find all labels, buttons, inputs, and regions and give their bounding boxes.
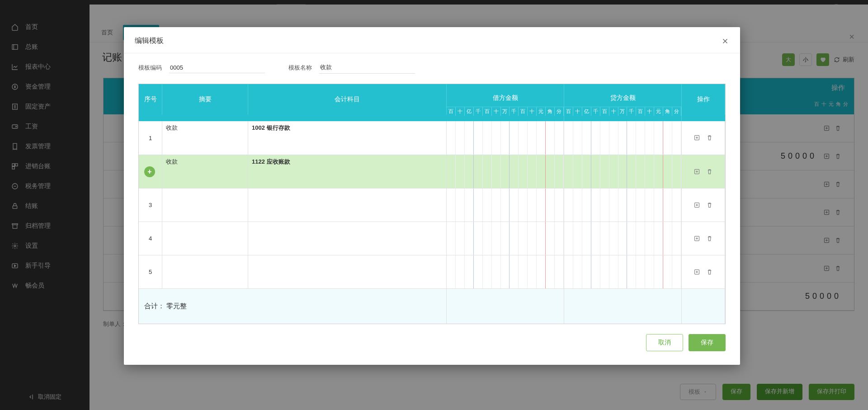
sidebar-item-reports[interactable]: 报表中心 bbox=[0, 57, 90, 77]
cell-credit[interactable] bbox=[564, 222, 682, 255]
sidebar-item-inventory[interactable]: 进销台账 bbox=[0, 156, 90, 176]
sidebar-item-ledger[interactable]: 总账 bbox=[0, 37, 90, 57]
template-code-input[interactable]: 0005 bbox=[169, 62, 265, 73]
modal-close-button[interactable] bbox=[721, 37, 729, 45]
col-op: 操作 bbox=[682, 84, 725, 115]
label: 报表中心 bbox=[25, 63, 51, 71]
sidebar-unpin[interactable]: 取消固定 bbox=[0, 393, 90, 401]
sidebar-item-archive[interactable]: 归档管理 bbox=[0, 216, 90, 236]
tab-home[interactable]: 首页 bbox=[95, 25, 119, 40]
size-large-button[interactable]: 大 bbox=[782, 53, 795, 66]
sidebar-item-invoice[interactable]: 发票管理 bbox=[0, 137, 90, 156]
delete-row-button[interactable] bbox=[706, 168, 713, 175]
svg-rect-9 bbox=[13, 206, 17, 208]
label: 总账 bbox=[25, 43, 38, 51]
bg-amount: 50000 bbox=[781, 151, 817, 161]
table-row[interactable]: 1收款1002 银行存款 bbox=[139, 121, 725, 155]
save-button-bg[interactable]: 保存 bbox=[722, 384, 750, 400]
label: 发票管理 bbox=[25, 142, 51, 151]
label: 归档管理 bbox=[25, 222, 51, 230]
label: 取消固定 bbox=[38, 393, 61, 401]
table-row[interactable]: 5 bbox=[139, 255, 725, 288]
cell-subject[interactable] bbox=[248, 222, 447, 255]
label: 新手引导 bbox=[25, 262, 51, 270]
cell-credit[interactable] bbox=[564, 121, 682, 155]
save-button[interactable]: 保存 bbox=[689, 334, 726, 351]
table-row[interactable]: 4 bbox=[139, 221, 725, 255]
total-row: 合计： 零元整 bbox=[139, 288, 725, 324]
copy-row-button[interactable] bbox=[693, 269, 701, 276]
sidebar-item-assets[interactable]: 固定资产 bbox=[0, 97, 90, 117]
boxes-icon bbox=[11, 163, 19, 170]
template-name-input[interactable]: 收款 bbox=[319, 61, 415, 74]
template-name-label: 模板名称 bbox=[288, 64, 312, 72]
svg-rect-10 bbox=[12, 224, 18, 225]
sidebar-item-funds[interactable]: 资金管理 bbox=[0, 77, 90, 97]
template-grid: 序号 摘要 会计科目 借方金额 百十亿千百十万千百十元角分 贷方金额 百十亿千百… bbox=[138, 84, 726, 324]
cell-subject[interactable] bbox=[248, 255, 447, 288]
add-row-button[interactable]: + bbox=[144, 166, 155, 177]
table-row[interactable]: 3 bbox=[139, 188, 725, 221]
sidebar-item-salary[interactable]: 工资 bbox=[0, 117, 90, 137]
cancel-button[interactable]: 取消 bbox=[646, 334, 683, 351]
cell-credit[interactable] bbox=[564, 189, 682, 221]
cell-subject[interactable] bbox=[248, 189, 447, 221]
sidebar-item-settings[interactable]: 设置 bbox=[0, 236, 90, 256]
label: 畅会员 bbox=[25, 282, 44, 290]
cell-summary[interactable] bbox=[162, 189, 248, 221]
chart-icon bbox=[11, 63, 19, 71]
cell-debit[interactable] bbox=[447, 222, 564, 255]
bg-amount: 50000 bbox=[805, 292, 841, 301]
template-code-label: 模板编码 bbox=[138, 64, 162, 72]
copy-row-button[interactable] bbox=[693, 168, 701, 175]
size-small-button[interactable]: 小 bbox=[799, 53, 812, 66]
col-debit: 借方金额 bbox=[447, 90, 564, 107]
close-tab-button[interactable]: × bbox=[849, 32, 854, 42]
cell-op bbox=[682, 121, 725, 155]
save-print-button-bg[interactable]: 保存并打印 bbox=[809, 384, 854, 400]
cell-op bbox=[682, 155, 725, 188]
cell-summary[interactable]: 收款 bbox=[162, 121, 248, 155]
sidebar-item-guide[interactable]: 新手引导 bbox=[0, 256, 90, 276]
total-debit bbox=[447, 289, 564, 324]
delete-row-button[interactable] bbox=[706, 202, 713, 209]
copy-row-button[interactable] bbox=[693, 134, 701, 141]
cell-op bbox=[682, 255, 725, 288]
sidebar-item-member[interactable]: 畅会员 bbox=[0, 276, 90, 296]
cell-subject[interactable]: 1002 银行存款 bbox=[248, 121, 447, 155]
save-new-button-bg[interactable]: 保存并新增 bbox=[757, 384, 802, 400]
favorite-button[interactable] bbox=[816, 53, 829, 66]
sidebar: 首页 总账 报表中心 资金管理 固定资产 工资 发票管理 进销台账 税务管理 结… bbox=[0, 0, 90, 410]
col-seq: 序号 bbox=[139, 84, 162, 115]
cell-credit[interactable] bbox=[564, 255, 682, 288]
total-text: 合计： 零元整 bbox=[139, 289, 162, 324]
cell-debit[interactable] bbox=[447, 255, 564, 288]
delete-row-button[interactable] bbox=[706, 134, 713, 141]
cell-summary[interactable] bbox=[162, 255, 248, 288]
label: 首页 bbox=[25, 23, 38, 31]
svg-rect-6 bbox=[15, 164, 18, 166]
copy-row-button[interactable] bbox=[693, 202, 701, 209]
delete-row-button[interactable] bbox=[706, 235, 713, 242]
cell-summary[interactable] bbox=[162, 222, 248, 255]
copy-row-button[interactable] bbox=[693, 235, 701, 242]
bg-scale-header: 百 十 元 角 分 bbox=[814, 101, 849, 108]
svg-rect-0 bbox=[12, 45, 18, 50]
cell-subject[interactable]: 1122 应收账款 bbox=[248, 155, 447, 188]
sidebar-item-closing[interactable]: 结账 bbox=[0, 196, 90, 216]
label: 进销台账 bbox=[25, 162, 51, 170]
cell-debit[interactable] bbox=[447, 155, 564, 188]
label: 工资 bbox=[25, 123, 38, 131]
cell-debit[interactable] bbox=[447, 121, 564, 155]
page-toolbar: 大 小 刷新 bbox=[782, 53, 854, 66]
refresh-button[interactable]: 刷新 bbox=[834, 56, 854, 64]
table-row[interactable]: +收款1122 应收账款 bbox=[139, 155, 725, 188]
cell-seq: 3 bbox=[139, 189, 162, 221]
template-dropdown[interactable]: 模板 bbox=[680, 384, 716, 400]
sidebar-item-tax[interactable]: 税务管理 bbox=[0, 176, 90, 196]
cell-debit[interactable] bbox=[447, 189, 564, 221]
sidebar-item-home[interactable]: 首页 bbox=[0, 17, 90, 37]
delete-row-button[interactable] bbox=[706, 269, 713, 276]
cell-summary[interactable]: 收款 bbox=[162, 155, 248, 188]
cell-credit[interactable] bbox=[564, 155, 682, 188]
